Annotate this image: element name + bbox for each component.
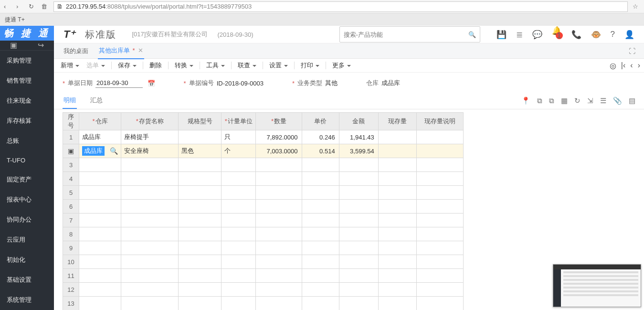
table-row[interactable]: 4: [63, 172, 464, 186]
trash-icon[interactable]: 🗑: [41, 3, 49, 10]
sidebar-item-7[interactable]: 报表中心: [0, 190, 54, 210]
col-header-9[interactable]: 现存量说明: [416, 113, 463, 130]
sidebar-item-8[interactable]: 协同办公: [0, 210, 54, 230]
sidebar-item-10[interactable]: 初始化: [0, 250, 54, 270]
table-row[interactable]: 1成品库座椅提手只7,892.00000.2461,941.43: [63, 130, 464, 144]
bell-icon[interactable]: 🔔1: [552, 26, 562, 43]
tab-close-icon[interactable]: ✕: [138, 47, 143, 54]
search-icon[interactable]: 🔍: [468, 31, 476, 38]
fullscreen-icon[interactable]: ⛶: [629, 47, 635, 55]
col-header-8[interactable]: 现存量: [378, 113, 416, 130]
reload-icon[interactable]: ↻: [29, 3, 36, 10]
url-port: :8088: [106, 3, 121, 10]
copy-icon[interactable]: ⧉: [537, 96, 542, 105]
sidebar-item-6[interactable]: 固定资产: [0, 170, 54, 190]
favorite-icon[interactable]: ☆: [633, 3, 640, 10]
tab-home[interactable]: 我的桌面: [63, 43, 89, 59]
app-sidebar: 畅 捷 通 ▣ ↪ 采购管理销售管理往来现金库存核算总账T-UFO固定资产报表中…: [0, 26, 54, 310]
table-row[interactable]: 10: [63, 255, 464, 269]
user-icon[interactable]: 👤: [624, 30, 634, 40]
clip-icon[interactable]: 📎: [613, 96, 622, 105]
detail-tabs: 明细 汇总 📍 ⧉ ⧉ ▦ ↻ ⇲ ☰ 📎 ▤: [54, 91, 644, 109]
search-input[interactable]: [344, 31, 468, 38]
btn-settings[interactable]: 设置: [266, 59, 291, 72]
url-host: 220.179.95.54: [66, 3, 106, 10]
table-row[interactable]: 6: [63, 200, 464, 214]
btn-more[interactable]: 更多: [329, 59, 354, 72]
prev-icon[interactable]: ‹: [630, 61, 633, 70]
table-row[interactable]: 7: [63, 214, 464, 227]
btn-new[interactable]: 新增: [58, 59, 82, 72]
document-tabs: 我的桌面 其他出库单 *✕ ⛶: [54, 43, 644, 59]
subtab-summary[interactable]: 汇总: [89, 93, 104, 109]
field-no: *单据编号 ID-2018-09-0003: [184, 78, 264, 88]
locate-icon[interactable]: ◎: [610, 61, 616, 70]
table-row[interactable]: 8: [63, 227, 464, 241]
col-header-5[interactable]: *数量: [256, 113, 302, 130]
col-header-4[interactable]: *计量单位: [222, 113, 256, 130]
save-icon[interactable]: 💾: [496, 30, 507, 40]
col-header-3[interactable]: 规格型号: [179, 113, 222, 130]
first-icon[interactable]: |‹: [621, 61, 625, 70]
sidebar-icon-1[interactable]: ▣: [10, 41, 17, 50]
sidebar-item-11[interactable]: 基础设置: [0, 270, 54, 290]
col-header-1[interactable]: *仓库: [79, 113, 121, 130]
preview-thumbnail[interactable]: [553, 264, 641, 307]
col-header-0[interactable]: 序号: [63, 113, 79, 130]
sidebar-item-9[interactable]: 云应用: [0, 230, 54, 250]
col-header-6[interactable]: 单价: [302, 113, 339, 130]
next-icon[interactable]: ›: [638, 61, 640, 70]
forward-icon[interactable]: ›: [16, 3, 24, 10]
back-icon[interactable]: ‹: [4, 3, 11, 10]
detail-grid[interactable]: 序号*仓库*存货名称规格型号*计量单位*数量单价金额现存量现存量说明 1成品库座…: [63, 112, 464, 310]
date-value[interactable]: 2018-09-30: [95, 78, 143, 88]
pin-icon[interactable]: 📍: [521, 96, 530, 105]
avatar-icon[interactable]: 🐵: [591, 30, 601, 40]
btn-delete[interactable]: 删除: [147, 59, 165, 72]
table-row[interactable]: 5: [63, 186, 464, 200]
phone-icon[interactable]: 📞: [571, 30, 581, 40]
task-icon[interactable]: ≣: [516, 30, 523, 40]
sidebar-item-4[interactable]: 总账: [0, 131, 54, 151]
url-bar[interactable]: 🗎 220.179.95.54:8088/tplus/view/portal/p…: [53, 1, 628, 12]
btn-convert[interactable]: 转换: [172, 59, 196, 72]
sidebar-item-3[interactable]: 库存核算: [0, 111, 54, 131]
table-row[interactable]: 9: [63, 241, 464, 255]
dup-icon[interactable]: ⧉: [549, 96, 554, 105]
table-row[interactable]: 3: [63, 158, 464, 172]
export-icon[interactable]: ⇲: [587, 96, 593, 105]
help-icon[interactable]: ?: [611, 30, 615, 39]
sidebar-item-0[interactable]: 采购管理: [0, 51, 54, 71]
calendar-icon[interactable]: 📅: [148, 80, 155, 87]
sidebar-icon-2[interactable]: ↪: [38, 41, 44, 50]
table-row[interactable]: 11: [63, 269, 464, 283]
btn-relate[interactable]: 联查: [235, 59, 259, 72]
table-row[interactable]: 13: [63, 297, 464, 310]
subtab-detail[interactable]: 明细: [63, 93, 77, 109]
btn-tools[interactable]: 工具: [203, 59, 228, 72]
dirty-indicator: *: [131, 47, 135, 54]
sidebar-item-1[interactable]: 销售管理: [0, 71, 54, 91]
lookup-icon[interactable]: 🔍: [110, 147, 118, 155]
refresh-icon[interactable]: ↻: [574, 96, 581, 105]
btn-select[interactable]: 选单: [84, 59, 108, 72]
more-icon[interactable]: ▤: [629, 96, 635, 105]
col-header-7[interactable]: 金额: [339, 113, 378, 130]
tab-active[interactable]: 其他出库单 *✕: [98, 43, 144, 59]
sidebar-item-2[interactable]: 往来现金: [0, 91, 54, 111]
browser-tab-title[interactable]: 捷通 T+: [5, 16, 25, 24]
chat-icon[interactable]: 💬: [532, 30, 542, 40]
sidebar-quick-icons: ▣ ↪: [0, 41, 54, 51]
search-box[interactable]: 🔍: [339, 26, 480, 43]
col-header-2[interactable]: *存货名称: [121, 113, 179, 130]
btn-print[interactable]: 打印: [298, 59, 322, 72]
table-row[interactable]: 12: [63, 283, 464, 297]
row-handle-icon[interactable]: ▣: [68, 147, 74, 155]
cols-icon[interactable]: ☰: [600, 96, 606, 105]
grid-icon[interactable]: ▦: [561, 96, 568, 105]
wh-cell-editing[interactable]: 成品库🔍: [82, 146, 118, 156]
sidebar-item-12[interactable]: 系统管理: [0, 290, 54, 310]
btn-save[interactable]: 保存: [115, 59, 139, 72]
table-row[interactable]: ▣成品库🔍安全座椅黑色个7,003.00000.5143,599.54: [63, 144, 464, 158]
sidebar-item-5[interactable]: T-UFO: [0, 151, 54, 170]
